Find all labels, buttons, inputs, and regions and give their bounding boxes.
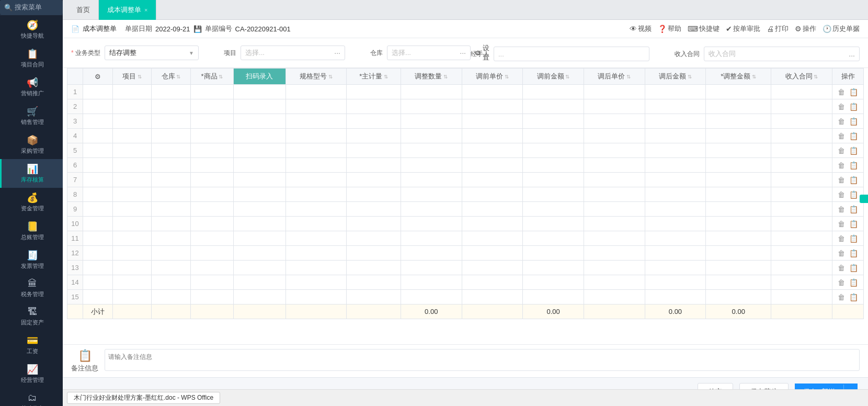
cell-spec-10[interactable] — [285, 217, 347, 231]
delete-row-2[interactable]: 🗑 — [837, 103, 846, 111]
cell-adjust_qty-4[interactable] — [401, 129, 462, 143]
cell-adjust_amount-2[interactable] — [706, 99, 771, 114]
cell-adjust_qty-8[interactable] — [401, 187, 462, 202]
cell-spec-4[interactable] — [285, 129, 347, 143]
cell-unit-10[interactable] — [347, 217, 401, 231]
cell-after_price-7[interactable] — [584, 173, 645, 187]
cell-income_contract-15[interactable] — [771, 290, 832, 304]
cell-product-8[interactable] — [190, 187, 234, 202]
cell-after_price-2[interactable] — [584, 99, 645, 114]
cell-before_price-12[interactable] — [462, 246, 523, 261]
cell-project-12[interactable] — [112, 246, 151, 261]
cell-unit-12[interactable] — [347, 246, 401, 261]
cell-after_price-10[interactable] — [584, 217, 645, 231]
cell-after_price-3[interactable] — [584, 114, 645, 129]
cell-scan-4[interactable] — [234, 129, 285, 143]
sidebar-item-ledger[interactable]: 📒 总账管理 — [0, 217, 63, 245]
cell-scan-11[interactable] — [234, 231, 285, 246]
cell-after_price-12[interactable] — [584, 246, 645, 261]
cell-unit-15[interactable] — [347, 290, 401, 304]
cell-adjust_qty-11[interactable] — [401, 231, 462, 246]
cell-adjust_amount-12[interactable] — [706, 246, 771, 261]
copy-row-11[interactable]: 📋 — [848, 234, 859, 243]
cell-spec-13[interactable] — [285, 261, 347, 275]
cell-spec-1[interactable] — [285, 85, 347, 99]
cell-before_price-8[interactable] — [462, 187, 523, 202]
sidebar-item-quick-nav[interactable]: 🧭 快捷导航 — [0, 15, 63, 44]
sidebar-item-assets[interactable]: 🏗 固定资产 — [0, 302, 63, 331]
cell-before_price-13[interactable] — [462, 261, 523, 275]
cell-before_amount-4[interactable] — [523, 129, 584, 143]
cell-adjust_amount-15[interactable] — [706, 290, 771, 304]
cell-adjust_qty-13[interactable] — [401, 261, 462, 275]
cell-after_amount-9[interactable] — [645, 202, 706, 217]
notes-input[interactable] — [105, 349, 860, 371]
cell-project-7[interactable] — [112, 173, 151, 187]
cell-scan-15[interactable] — [234, 290, 285, 304]
cell-adjust_amount-8[interactable] — [706, 187, 771, 202]
cell-spec-9[interactable] — [285, 202, 347, 217]
copy-row-6[interactable]: 📋 — [848, 161, 859, 170]
cell-project-3[interactable] — [112, 114, 151, 129]
cell-before_amount-2[interactable] — [523, 99, 584, 114]
close-button[interactable]: ✕ — [853, 24, 860, 34]
notes-icon-section[interactable]: 📋 备注信息 — [71, 349, 98, 373]
cell-before_price-3[interactable] — [462, 114, 523, 129]
action-help[interactable]: ❓帮助 — [658, 24, 681, 33]
cell-income_contract-1[interactable] — [771, 85, 832, 99]
cell-unit-6[interactable] — [347, 158, 401, 173]
cell-before_price-4[interactable] — [462, 129, 523, 143]
cell-warehouse-6[interactable] — [152, 158, 190, 173]
sidebar-item-basic-info[interactable]: 🗂 基础信息 — [0, 388, 63, 406]
cell-after_amount-3[interactable] — [645, 114, 706, 129]
cell-after_amount-5[interactable] — [645, 143, 706, 158]
cell-after_price-14[interactable] — [584, 275, 645, 290]
cell-before_amount-14[interactable] — [523, 275, 584, 290]
cell-before_price-5[interactable] — [462, 143, 523, 158]
cell-scan-6[interactable] — [234, 158, 285, 173]
cell-scan-9[interactable] — [234, 202, 285, 217]
cell-settings-7[interactable] — [83, 173, 113, 187]
delete-row-12[interactable]: 🗑 — [837, 249, 846, 257]
cell-before_price-10[interactable] — [462, 217, 523, 231]
cell-scan-10[interactable] — [234, 217, 285, 231]
cell-before_price-15[interactable] — [462, 290, 523, 304]
cell-warehouse-4[interactable] — [152, 129, 190, 143]
cell-before_amount-3[interactable] — [523, 114, 584, 129]
cell-warehouse-12[interactable] — [152, 246, 190, 261]
cell-scan-3[interactable] — [234, 114, 285, 129]
cell-after_amount-7[interactable] — [645, 173, 706, 187]
cell-before_price-11[interactable] — [462, 231, 523, 246]
cell-adjust_amount-14[interactable] — [706, 275, 771, 290]
cell-adjust_amount-4[interactable] — [706, 129, 771, 143]
cell-after_amount-1[interactable] — [645, 85, 706, 99]
cell-after_price-13[interactable] — [584, 261, 645, 275]
delete-row-10[interactable]: 🗑 — [837, 220, 846, 228]
cell-after_amount-2[interactable] — [645, 99, 706, 114]
cell-settings-15[interactable] — [83, 290, 113, 304]
action-view[interactable]: 👁视频 — [630, 24, 652, 33]
tab-home[interactable]: 首页 — [68, 0, 99, 20]
cell-product-13[interactable] — [190, 261, 234, 275]
delete-row-13[interactable]: 🗑 — [837, 264, 846, 272]
delete-row-11[interactable]: 🗑 — [837, 234, 846, 243]
cell-product-10[interactable] — [190, 217, 234, 231]
cell-adjust_amount-7[interactable] — [706, 173, 771, 187]
cell-adjust_qty-14[interactable] — [401, 275, 462, 290]
cell-product-12[interactable] — [190, 246, 234, 261]
cell-warehouse-14[interactable] — [152, 275, 190, 290]
cell-project-2[interactable] — [112, 99, 151, 114]
sidebar-item-invoice[interactable]: 🧾 发票管理 — [0, 245, 63, 274]
income-contract-select[interactable]: 收入合同 ... — [704, 47, 860, 61]
cell-before_amount-5[interactable] — [523, 143, 584, 158]
cell-warehouse-5[interactable] — [152, 143, 190, 158]
cell-before_price-6[interactable] — [462, 158, 523, 173]
cell-scan-1[interactable] — [234, 85, 285, 99]
cell-before_amount-10[interactable] — [523, 217, 584, 231]
cell-product-3[interactable] — [190, 114, 234, 129]
cell-income_contract-3[interactable] — [771, 114, 832, 129]
cell-after_amount-15[interactable] — [645, 290, 706, 304]
cell-project-4[interactable] — [112, 129, 151, 143]
copy-row-14[interactable]: 📋 — [848, 278, 859, 287]
action-print[interactable]: 🖨打印 — [767, 24, 789, 33]
